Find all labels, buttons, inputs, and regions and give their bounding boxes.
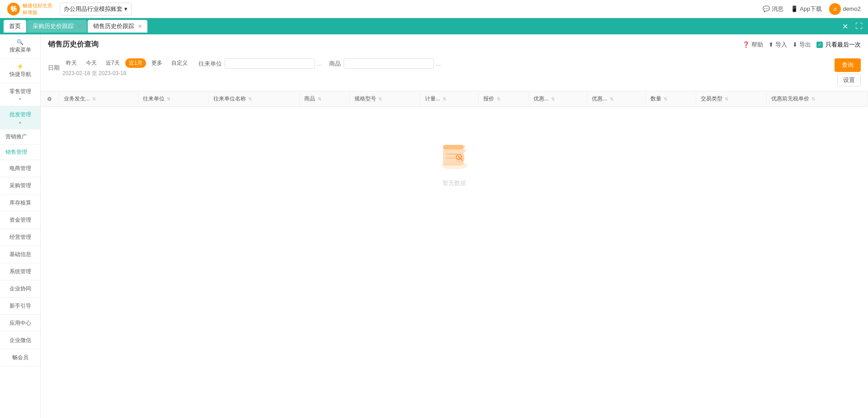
close-purchase-history-tab[interactable]: ✕ xyxy=(77,24,81,29)
th-discount1[interactable]: 优惠... ⇅ xyxy=(528,91,587,107)
import-icon: ⬆ xyxy=(769,41,774,48)
sidebar-item-wholesale-mgmt[interactable]: 批发管理 ▴ xyxy=(0,106,40,129)
tab-sales-history[interactable]: 销售历史价跟踪 ✕ xyxy=(88,20,147,33)
tab-home[interactable]: 首页 xyxy=(4,20,26,33)
th-unit[interactable]: 计量... ⇅ xyxy=(420,91,479,107)
fullscreen-btn[interactable]: ⛶ xyxy=(854,21,864,32)
th-discount2[interactable]: 优惠... ⇅ xyxy=(587,91,646,107)
partner-input-group: ... xyxy=(225,58,322,69)
chevron-down-icon: ▾ xyxy=(19,96,21,101)
th-spec[interactable]: 规格型号 ⇅ xyxy=(349,91,420,107)
app-dropdown[interactable]: 办公用品行业模拟账套 ▾ xyxy=(60,3,132,15)
sidebar-item-sales-mgmt[interactable]: 销售管理 xyxy=(0,145,40,160)
sort-icon: ⇅ xyxy=(811,96,815,101)
settings-button[interactable]: 设置 xyxy=(837,74,861,86)
sidebar-item-system-settings[interactable]: 系统管理 xyxy=(0,263,40,280)
product-filter-group: 商品 ... xyxy=(329,58,441,69)
date-tabs: 昨天 今天 近7天 近1月 更多 自定义 xyxy=(62,58,191,68)
svg-rect-2 xyxy=(443,145,464,149)
partner-input[interactable] xyxy=(225,58,315,69)
sidebar-item-app-center[interactable]: 应用中心 xyxy=(0,315,40,332)
date-tab-more[interactable]: 更多 xyxy=(148,58,166,68)
sidebar-item-retail-mgmt[interactable]: 零售管理 ▾ xyxy=(0,83,40,106)
th-pre-tax-price[interactable]: 优惠前无税单价 ⇅ xyxy=(766,91,868,107)
top-bar-right: 💬 消息 📱 App下载 d demo2 xyxy=(763,3,861,15)
page-header: 销售历史价查询 ❓ 帮助 ⬆ 导入 ⬇ 导出 ✓ xyxy=(41,34,868,91)
logo-icon: 畅 xyxy=(7,3,20,15)
sidebar-item-enterprise-wechat[interactable]: 企业微信 xyxy=(0,332,40,349)
empty-illustration xyxy=(432,134,477,175)
query-button[interactable]: 查询 xyxy=(835,58,861,72)
content-area: 销售历史价查询 ❓ 帮助 ⬆ 导入 ⬇ 导出 ✓ xyxy=(41,34,868,418)
th-partner-code[interactable]: 往来单位 ⇅ xyxy=(138,91,208,107)
sort-icon: ⇅ xyxy=(725,96,728,101)
product-picker-button[interactable]: ... xyxy=(436,60,441,67)
close-sales-history-tab[interactable]: ✕ xyxy=(138,24,142,29)
sort-icon: ⇅ xyxy=(664,96,667,101)
tab-purchase-history[interactable]: 采购历史价跟踪 ✕ xyxy=(27,20,87,33)
message-icon: 💬 xyxy=(763,5,770,12)
logo-area: 畅 畅捷信好生意 标准版 xyxy=(7,2,52,15)
close-tab-btn[interactable]: ✕ xyxy=(840,21,850,32)
sidebar-item-enterprise-collab[interactable]: 企业协同 xyxy=(0,280,40,298)
app-download-button[interactable]: 📱 App下载 xyxy=(791,5,822,13)
filter-row: 日期 昨天 今天 近7天 近1月 更多 自定义 2023-02-18 至 202… xyxy=(48,54,861,91)
partner-filter-group: 往来单位 ... xyxy=(198,58,322,69)
user-menu[interactable]: d demo2 xyxy=(829,3,861,15)
tab-bar-actions: ✕ ⛶ xyxy=(840,21,864,32)
sort-icon: ⇅ xyxy=(92,96,96,101)
date-tab-custom[interactable]: 自定义 xyxy=(168,58,191,68)
sidebar-item-inventory-check[interactable]: 库存核算 xyxy=(0,195,40,212)
table-header-row: ⚙ 业务发生... ⇅ 往来单位 ⇅ 往来单位名称 ⇅ xyxy=(41,91,868,107)
partner-picker-button[interactable]: ... xyxy=(317,60,322,67)
date-tab-1month[interactable]: 近1月 xyxy=(125,58,146,68)
date-range-display: 2023-02-18 至 2023-03-18 xyxy=(62,70,191,77)
date-tab-yesterday[interactable]: 昨天 xyxy=(62,58,80,68)
svg-point-9 xyxy=(462,145,466,148)
chevron-up-icon: ▴ xyxy=(19,119,21,124)
th-biz-date[interactable]: 业务发生... ⇅ xyxy=(59,91,138,107)
data-table: ⚙ 业务发生... ⇅ 往来单位 ⇅ 往来单位名称 ⇅ xyxy=(41,91,868,107)
date-tab-today[interactable]: 今天 xyxy=(82,58,100,68)
sidebar-item-operations-mgmt[interactable]: 经营管理 xyxy=(0,229,40,246)
sort-icon: ⇅ xyxy=(167,96,170,101)
only-last-checkbox-group: ✓ 只看最后一次 xyxy=(816,41,861,49)
sidebar-item-search-menu[interactable]: 🔍 搜索菜单 xyxy=(0,34,40,59)
help-button[interactable]: ❓ 帮助 xyxy=(742,41,763,49)
page-title-row: 销售历史价查询 ❓ 帮助 ⬆ 导入 ⬇ 导出 ✓ xyxy=(48,40,861,49)
sidebar-item-beginner-guide[interactable]: 新手引导 xyxy=(0,298,40,315)
export-button[interactable]: ⬇ 导出 xyxy=(793,41,811,49)
date-tab-7days[interactable]: 近7天 xyxy=(102,58,123,68)
th-product[interactable]: 商品 ⇅ xyxy=(300,91,350,107)
only-last-checkbox[interactable]: ✓ xyxy=(816,42,823,48)
sidebar-item-marketing-promo[interactable]: 营销推广 xyxy=(0,129,40,145)
filter-right-btns: 查询 设置 xyxy=(835,58,861,86)
sort-icon: ⇅ xyxy=(551,96,555,101)
sidebar-item-ecommerce-mgmt[interactable]: 电商管理 xyxy=(0,160,40,177)
sidebar-item-member[interactable]: 畅会员 xyxy=(0,349,40,366)
sort-icon: ⇅ xyxy=(497,96,500,101)
th-partner-name[interactable]: 往来单位名称 ⇅ xyxy=(208,91,300,107)
th-trade-type[interactable]: 交易类型 ⇅ xyxy=(696,91,766,107)
product-input-group: ... xyxy=(344,58,441,69)
sidebar-item-basic-info[interactable]: 基础信息 xyxy=(0,246,40,263)
sidebar-item-purchase-mgmt[interactable]: 采购管理 xyxy=(0,177,40,195)
search-icon: 🔍 xyxy=(17,39,24,45)
svg-point-10 xyxy=(464,149,466,152)
quick-nav-icon: ⚡ xyxy=(17,63,24,70)
product-input[interactable] xyxy=(344,58,434,69)
th-quantity[interactable]: 数量 ⇅ xyxy=(646,91,696,107)
import-button[interactable]: ⬆ 导入 xyxy=(769,41,787,49)
sort-icon: ⇅ xyxy=(318,96,321,101)
sidebar-item-finance-mgmt[interactable]: 资金管理 xyxy=(0,212,40,229)
message-button[interactable]: 💬 消息 xyxy=(763,5,783,13)
date-filter-group: 日期 昨天 今天 近7天 近1月 更多 自定义 2023-02-18 至 202… xyxy=(48,58,191,77)
sort-icon: ⇅ xyxy=(378,96,382,101)
chevron-down-icon: ▾ xyxy=(124,5,127,12)
tab-bar: 首页 采购历史价跟踪 ✕ 销售历史价跟踪 ✕ ✕ ⛶ xyxy=(0,18,868,34)
top-bar-left: 畅 畅捷信好生意 标准版 办公用品行业模拟账套 ▾ xyxy=(7,2,132,15)
th-gear[interactable]: ⚙ xyxy=(41,91,59,107)
sidebar-item-quick-nav[interactable]: ⚡ 快捷导航 xyxy=(0,59,40,83)
export-icon: ⬇ xyxy=(793,41,797,48)
th-quote[interactable]: 报价 ⇅ xyxy=(479,91,529,107)
